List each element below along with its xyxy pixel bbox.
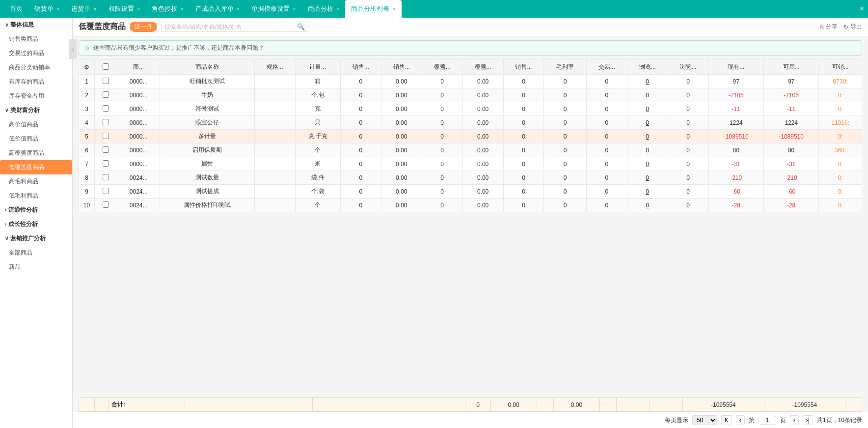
row-checkbox[interactable] bbox=[103, 105, 109, 112]
cell-name: 测试数量 bbox=[160, 171, 254, 185]
cell-checkbox[interactable] bbox=[95, 143, 117, 157]
close-icon[interactable]: × bbox=[293, 6, 296, 12]
cell-spec bbox=[254, 130, 295, 143]
cell-sales-amount: 0.00 bbox=[381, 157, 422, 171]
totals-empty2 bbox=[95, 398, 108, 412]
sidebar-section-marketing[interactable]: ∨ 营销推广分析 bbox=[0, 231, 72, 246]
cell-trade: 0 bbox=[586, 130, 627, 143]
close-icon[interactable]: × bbox=[56, 6, 59, 12]
sidebar-item-stocked-goods[interactable]: 有库存的商品 bbox=[0, 75, 72, 89]
nav-tab-sales[interactable]: 销货单 × bbox=[28, 0, 65, 18]
prev-page-button[interactable]: ‹ bbox=[736, 415, 745, 425]
cell-browse1[interactable]: 0 bbox=[627, 143, 668, 157]
row-checkbox[interactable] bbox=[103, 201, 109, 208]
sidebar-item-high-value[interactable]: 高价值商品 bbox=[0, 117, 72, 132]
close-icon[interactable]: × bbox=[237, 6, 240, 12]
cell-checkbox[interactable] bbox=[95, 171, 117, 185]
row-checkbox[interactable] bbox=[103, 91, 109, 98]
cell-checkbox[interactable] bbox=[95, 199, 117, 212]
last-page-button[interactable]: ›| bbox=[803, 415, 813, 425]
cell-browse1[interactable]: 0 bbox=[627, 102, 668, 116]
nav-tab-template[interactable]: 单据模板设置 × bbox=[245, 0, 301, 18]
page-size-label: 每页显示 bbox=[665, 416, 688, 425]
sidebar-item-traded-goods[interactable]: 交易过的商品 bbox=[0, 46, 72, 60]
cell-coverage2: 0.00 bbox=[462, 185, 503, 199]
cell-checkbox[interactable] bbox=[95, 157, 117, 171]
cell-checkbox[interactable] bbox=[95, 88, 117, 102]
sidebar-item-high-coverage[interactable]: 高覆盖度商品 bbox=[0, 146, 72, 160]
cell-sales-qty: 0 bbox=[503, 88, 544, 102]
nav-tab-purchase[interactable]: 进货单 × bbox=[65, 0, 102, 18]
sidebar-item-stock-capital[interactable]: 库存资金占用 bbox=[0, 89, 72, 103]
cell-unit: 克 bbox=[295, 102, 340, 116]
cell-browse1[interactable]: 0 bbox=[627, 75, 668, 88]
date-filter-button[interactable]: 近一月 bbox=[130, 22, 157, 32]
totals-browse1 bbox=[650, 398, 666, 412]
cell-checkbox[interactable] bbox=[95, 75, 117, 88]
next-page-button[interactable]: › bbox=[790, 415, 799, 425]
page-number-input[interactable] bbox=[759, 416, 776, 425]
th-checkbox[interactable] bbox=[95, 60, 117, 75]
cell-stock-current: -60 bbox=[708, 185, 763, 199]
cell-stock-available: 80 bbox=[763, 143, 818, 157]
row-checkbox[interactable] bbox=[103, 160, 109, 167]
cell-code: 0000... bbox=[117, 75, 160, 88]
first-page-button[interactable]: K bbox=[721, 415, 732, 425]
sidebar-item-low-profit[interactable]: 低毛利商品 bbox=[0, 189, 72, 203]
cell-code: 0024... bbox=[117, 199, 160, 212]
sidebar-section-wealth[interactable]: ∨ 类财富分析 bbox=[0, 103, 72, 117]
cell-checkbox[interactable] bbox=[95, 116, 117, 130]
cell-code: 0024... bbox=[117, 185, 160, 199]
sidebar-item-sales-goods[interactable]: 销售类商品 bbox=[0, 32, 72, 46]
th-settings[interactable]: ⚙ bbox=[79, 60, 95, 75]
sidebar-section-overall[interactable]: ∨ 整体信息 bbox=[0, 18, 72, 32]
close-icon[interactable]: × bbox=[180, 6, 183, 12]
cell-browse1[interactable]: 0 bbox=[627, 171, 668, 185]
cell-checkbox[interactable] bbox=[95, 130, 117, 143]
totals-coverage1 bbox=[537, 398, 554, 412]
select-all-checkbox[interactable] bbox=[103, 63, 109, 70]
th-coverage2: 覆盖... bbox=[462, 60, 503, 75]
cell-browse1[interactable]: 0 bbox=[627, 199, 668, 212]
nav-tab-product-analysis[interactable]: 商品分析 × bbox=[302, 0, 345, 18]
cell-sales-count: 0 bbox=[340, 171, 381, 185]
page-size-select[interactable]: 50 20 100 bbox=[692, 415, 717, 425]
cell-browse1[interactable]: 0 bbox=[627, 116, 668, 130]
sidebar-item-new-goods[interactable]: 新品 bbox=[0, 260, 72, 274]
cell-browse1[interactable]: 0 bbox=[627, 130, 668, 143]
sidebar-item-all-goods[interactable]: 全部商品 bbox=[0, 246, 72, 260]
sidebar-item-category-rate[interactable]: 商品分类动销率 bbox=[0, 60, 72, 75]
close-icon[interactable]: × bbox=[392, 6, 395, 12]
nav-tab-product-in[interactable]: 产成品入库单 × bbox=[190, 0, 245, 18]
close-icon[interactable]: × bbox=[336, 6, 339, 12]
close-icon[interactable]: × bbox=[137, 6, 140, 12]
nav-tab-permission[interactable]: 权限设置 × bbox=[103, 0, 146, 18]
cell-checkbox[interactable] bbox=[95, 102, 117, 116]
row-checkbox[interactable] bbox=[103, 133, 109, 139]
sidebar-item-low-value[interactable]: 低价值商品 bbox=[0, 132, 72, 146]
row-checkbox[interactable] bbox=[103, 78, 109, 84]
sidebar-item-low-coverage[interactable]: 低覆盖度商品 bbox=[0, 160, 72, 174]
sidebar-section-flow[interactable]: › 流通性分析 bbox=[0, 203, 72, 217]
cell-checkbox[interactable] bbox=[95, 185, 117, 199]
search-input[interactable] bbox=[164, 24, 297, 30]
cell-sales-qty: 0 bbox=[503, 157, 544, 171]
cell-browse1[interactable]: 0 bbox=[627, 88, 668, 102]
nav-tab-product-analysis-list[interactable]: 商品分析列表 × bbox=[345, 0, 401, 18]
cell-browse1[interactable]: 0 bbox=[627, 185, 668, 199]
sidebar-collapse-button[interactable]: « bbox=[69, 39, 77, 59]
export-button[interactable]: ↻ 导出 bbox=[843, 23, 862, 31]
row-checkbox[interactable] bbox=[103, 174, 109, 180]
row-checkbox[interactable] bbox=[103, 146, 109, 153]
nav-tab-home[interactable]: 首页 bbox=[4, 0, 28, 18]
close-all-tabs-button[interactable]: × bbox=[860, 4, 864, 13]
row-checkbox[interactable] bbox=[103, 188, 109, 194]
share-button[interactable]: ⎘ 分享 bbox=[820, 23, 838, 31]
sidebar-item-high-profit[interactable]: 高毛利商品 bbox=[0, 174, 72, 189]
sidebar-section-growth[interactable]: › 成长性分析 bbox=[0, 217, 72, 231]
nav-tab-role[interactable]: 角色授权 × bbox=[146, 0, 189, 18]
cell-browse1[interactable]: 0 bbox=[627, 157, 668, 171]
close-icon[interactable]: × bbox=[93, 6, 96, 12]
cell-coverage1: 0 bbox=[422, 88, 462, 102]
row-checkbox[interactable] bbox=[103, 119, 109, 125]
